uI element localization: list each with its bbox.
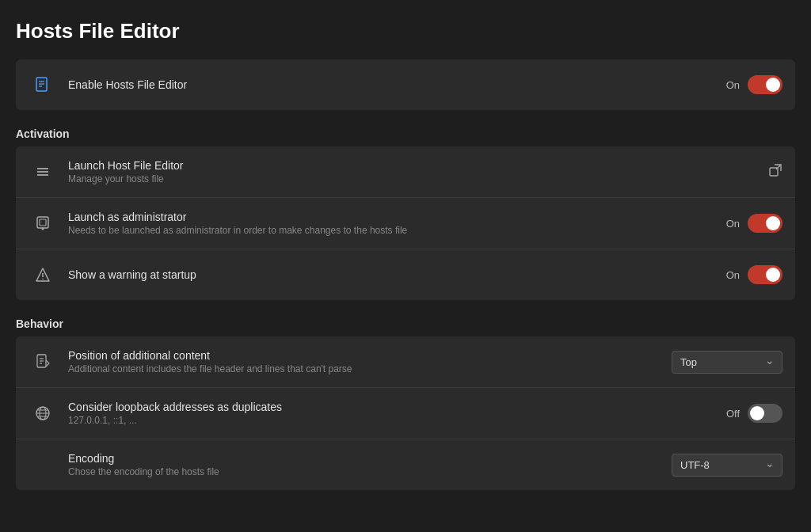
loopback-duplicates-action: Off <box>726 404 782 423</box>
loopback-duplicates-icon <box>29 399 57 428</box>
loopback-duplicates-state-label: Off <box>726 408 740 420</box>
loopback-duplicates-text: Consider loopback addresses as duplicate… <box>68 401 726 426</box>
position-content-icon <box>29 348 57 376</box>
enable-icon <box>29 70 57 99</box>
encoding-icon <box>29 450 57 479</box>
launch-editor-icon <box>29 158 57 186</box>
show-warning-state-label: On <box>726 269 740 281</box>
encoding-dropdown[interactable]: UTF-8UTF-16ASCII <box>672 454 782 477</box>
launch-admin-icon <box>29 209 57 238</box>
row-loopback-duplicates: Consider loopback addresses as duplicate… <box>16 388 795 439</box>
launch-editor-external-link-icon[interactable] <box>768 163 782 180</box>
enable-row: Enable Hosts File Editor On <box>16 59 795 110</box>
launch-editor-text: Launch Host File EditorManage your hosts… <box>68 159 768 184</box>
show-warning-text: Show a warning at startup <box>68 268 726 281</box>
row-position-content: Position of additional contentAdditional… <box>16 336 795 388</box>
show-warning-label: Show a warning at startup <box>68 268 726 281</box>
show-warning-icon <box>29 260 57 289</box>
section-card-behavior: Position of additional contentAdditional… <box>16 336 795 490</box>
position-content-dropdown-wrapper: TopBottom <box>672 351 782 374</box>
section-card-activation: Launch Host File EditorManage your hosts… <box>16 146 795 300</box>
position-content-text: Position of additional contentAdditional… <box>68 349 672 374</box>
svg-line-8 <box>776 165 781 169</box>
enable-label: Enable Hosts File Editor <box>68 78 726 91</box>
launch-admin-state-label: On <box>726 218 740 230</box>
encoding-text: EncodingChose the encoding of the hosts … <box>68 452 672 477</box>
svg-rect-10 <box>40 219 46 226</box>
row-launch-admin: Launch as administratorNeeds to be launc… <box>16 198 795 249</box>
enable-label-text: Enable Hosts File Editor <box>68 78 726 91</box>
position-content-desc: Additional content includes the file hea… <box>68 363 672 374</box>
svg-point-11 <box>42 228 44 230</box>
loopback-duplicates-label: Consider loopback addresses as duplicate… <box>68 401 726 413</box>
svg-rect-9 <box>37 217 48 228</box>
show-warning-toggle[interactable] <box>748 265 782 284</box>
show-warning-action: On <box>726 265 782 284</box>
launch-admin-label: Launch as administrator <box>68 211 726 223</box>
section-header-behavior: Behavior <box>16 317 795 330</box>
launch-admin-text: Launch as administratorNeeds to be launc… <box>68 211 726 236</box>
enable-card: Enable Hosts File Editor On <box>16 59 795 110</box>
launch-editor-label: Launch Host File Editor <box>68 159 768 172</box>
launch-admin-toggle[interactable] <box>748 214 782 233</box>
launch-admin-desc: Needs to be launched as administrator in… <box>68 225 726 236</box>
loopback-duplicates-toggle[interactable] <box>748 404 782 423</box>
launch-editor-action <box>768 163 782 180</box>
encoding-dropdown-wrapper: UTF-8UTF-16ASCII <box>672 454 782 477</box>
launch-editor-desc: Manage your hosts file <box>68 173 768 184</box>
encoding-label: Encoding <box>68 452 672 465</box>
section-header-activation: Activation <box>16 127 795 140</box>
row-show-warning: Show a warning at startupOn <box>16 249 795 300</box>
launch-admin-action: On <box>726 214 782 233</box>
svg-point-14 <box>42 279 44 280</box>
loopback-duplicates-desc: 127.0.0.1, ::1, ... <box>68 415 726 426</box>
enable-state-label: On <box>726 79 740 91</box>
row-encoding: EncodingChose the encoding of the hosts … <box>16 439 795 490</box>
position-content-action: TopBottom <box>672 351 782 374</box>
enable-action: On <box>726 75 782 94</box>
row-launch-editor: Launch Host File EditorManage your hosts… <box>16 146 795 198</box>
encoding-action: UTF-8UTF-16ASCII <box>672 454 782 477</box>
position-content-label: Position of additional content <box>68 349 672 362</box>
page-title: Hosts File Editor <box>16 19 795 44</box>
position-content-dropdown[interactable]: TopBottom <box>672 351 782 374</box>
encoding-desc: Chose the encoding of the hosts file <box>68 466 672 477</box>
enable-toggle[interactable] <box>748 75 782 94</box>
